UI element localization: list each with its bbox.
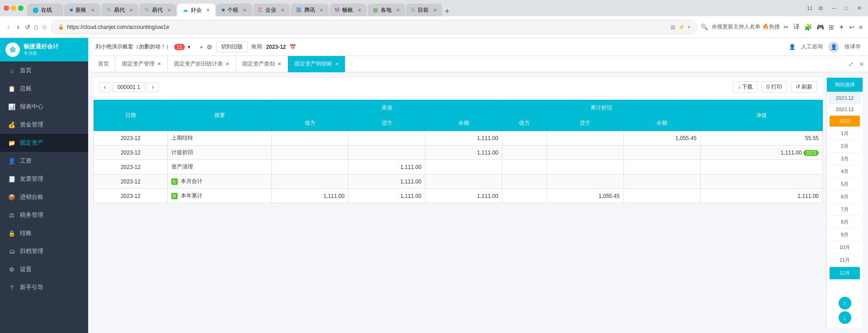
sidebar-item-settings[interactable]: ⚙ 设置: [0, 260, 88, 278]
scroll-down-icon[interactable]: ↓: [839, 311, 851, 324]
tab-window-close-icon[interactable]: ✕: [859, 61, 864, 68]
back-button[interactable]: ‹: [5, 21, 11, 33]
sidebar-item-ledger[interactable]: 📋 总账: [0, 80, 88, 98]
url-bar[interactable]: 🔒 https://cloud.chanjet.com/accounting/u…: [51, 20, 697, 34]
refresh-button[interactable]: ↺: [25, 23, 30, 31]
game-icon[interactable]: 🎮: [816, 23, 824, 31]
scroll-up-icon[interactable]: ↑: [839, 297, 851, 310]
period-item-oct[interactable]: 10月: [829, 241, 861, 254]
period-item-may[interactable]: 5月: [829, 178, 861, 191]
window-max-btn[interactable]: □: [842, 4, 851, 12]
period-item-feb[interactable]: 2月: [829, 140, 861, 153]
scissors-icon[interactable]: ✂: [783, 23, 789, 31]
tab-asset-mgmt[interactable]: 固定资产管理 ✕: [116, 56, 168, 72]
sidebar-item-salary[interactable]: 👤 工资: [0, 152, 88, 170]
download-button[interactable]: ↓ 下载: [733, 81, 758, 93]
tab-asset-detail-close[interactable]: ✕: [335, 61, 339, 66]
sidebar-item-archive[interactable]: 🗂 归档管理: [0, 242, 88, 260]
sidebar-item-closeperiod[interactable]: 🔒 结账: [0, 224, 88, 242]
settings-gear-icon[interactable]: ⚙: [207, 43, 212, 51]
sidebar-item-funds[interactable]: 💰 资金管理: [0, 116, 88, 134]
period-item-apr[interactable]: 4月: [829, 165, 861, 178]
table-row: 2023-12 资产清理 1,111.00: [94, 160, 823, 174]
new-tab-button[interactable]: +: [443, 7, 452, 16]
browser-tab-mubiao[interactable]: S 目前 ✕: [406, 4, 442, 16]
tab-close-corp[interactable]: ✕: [281, 8, 284, 13]
window-maximize-btn[interactable]: [18, 5, 24, 11]
period-item-sep[interactable]: 9月: [829, 229, 861, 241]
period-item-2023-12-2[interactable]: 2023.12: [829, 104, 861, 115]
tab-depreciation-stats-close[interactable]: ✕: [226, 61, 229, 66]
tab-home[interactable]: 首页: [92, 56, 116, 72]
service-label[interactable]: 人工咨询: [801, 43, 823, 51]
menu-icon[interactable]: ≡: [859, 23, 863, 31]
browser-tab-new[interactable]: ■ 新账 ✕: [64, 4, 100, 16]
period-item-2023-12-1[interactable]: 2023.12: [829, 93, 861, 104]
period-item-aug[interactable]: 8月: [829, 216, 861, 229]
tab-close-changzhang[interactable]: ✕: [358, 8, 361, 13]
translate-icon[interactable]: 译: [793, 23, 800, 31]
sidebar-item-guide[interactable]: ? 新手引导: [0, 278, 88, 296]
browser-tab-tencent[interactable]: 騰 腾讯 ✕: [291, 4, 329, 16]
sidebar-item-reports[interactable]: 📊 报表中心: [0, 98, 88, 116]
url-dropdown-icon[interactable]: ▾: [688, 24, 690, 30]
tab-asset-category-label: 固定资产类别: [242, 60, 275, 68]
browser-tab-easy2[interactable]: ✎ 易代 ✕: [139, 4, 176, 16]
history-icon[interactable]: ↩: [849, 23, 854, 31]
browser-tab-gedi[interactable]: ▦ 各地 ✕: [368, 4, 405, 16]
tab-asset-mgmt-close[interactable]: ✕: [157, 61, 161, 66]
period-item-mar[interactable]: 3月: [829, 153, 861, 165]
grid-icon[interactable]: ⊞: [829, 23, 834, 31]
window-close-btn[interactable]: [4, 5, 9, 11]
period-item-nov[interactable]: 11月: [829, 254, 861, 267]
tab-close-mubiao[interactable]: ✕: [433, 8, 437, 13]
tab-expand-button[interactable]: ⤢: [844, 61, 857, 68]
browser-tab-changzhang[interactable]: M 畅账 ✕: [330, 4, 367, 16]
tab-asset-category-close[interactable]: ✕: [278, 61, 281, 66]
switch-version-button[interactable]: 切到旧版: [216, 41, 248, 52]
tab-depreciation-stats[interactable]: 固定资产折旧统计表 ✕: [168, 56, 236, 72]
cell-ov-debit-4: [272, 174, 349, 189]
tab-asset-detail[interactable]: 固定资产明细账 ✕: [288, 56, 345, 72]
tab-asset-category[interactable]: 固定资产类别 ✕: [236, 56, 288, 72]
print-button[interactable]: ⎙ 打印: [761, 81, 787, 93]
theme-icon[interactable]: ☀: [839, 23, 844, 31]
window-minimize-btn[interactable]: [11, 5, 16, 11]
browser-tab-easy1[interactable]: ✎ 易代 ✕: [101, 4, 138, 16]
extension-icon[interactable]: 🧩: [804, 23, 812, 31]
window-x-btn[interactable]: ✕: [854, 4, 864, 12]
sidebar-item-assets[interactable]: 📁 固定资产: [0, 134, 88, 152]
sidebar-item-invoice[interactable]: 🧾 发票管理: [0, 170, 88, 188]
tab-close-gedi[interactable]: ✕: [396, 8, 400, 13]
period-selector-header[interactable]: 期间选择: [827, 78, 863, 92]
next-page-button[interactable]: ›: [147, 82, 159, 92]
bookmark-button[interactable]: ☆: [42, 23, 47, 31]
browser-tab-haokuai[interactable]: ☁ 好会 ✕: [177, 4, 215, 16]
period-item-2023[interactable]: 2023: [830, 116, 860, 127]
add-account-button[interactable]: +: [199, 43, 203, 51]
sidebar-item-home[interactable]: ⌂ 首页: [0, 61, 88, 80]
period-item-jan[interactable]: 1月: [829, 127, 861, 140]
account-selector[interactable]: 刘小艳演示账套（勿删勿动！） 11 ▾: [95, 43, 190, 51]
window-tile-btn[interactable]: ⧉: [816, 4, 826, 12]
tab-close-easy1[interactable]: ✕: [129, 8, 133, 13]
home-button[interactable]: ⌂: [34, 23, 38, 31]
forward-button[interactable]: ›: [15, 21, 21, 33]
window-min-btn[interactable]: ─: [829, 4, 839, 12]
period-item-dec[interactable]: 12月: [830, 267, 860, 280]
prev-page-button[interactable]: ‹: [99, 82, 111, 92]
calendar-icon[interactable]: 📅: [289, 44, 296, 50]
tab-close-haokuai[interactable]: ✕: [206, 8, 210, 13]
tab-close-tencent[interactable]: ✕: [320, 8, 323, 13]
period-item-jul[interactable]: 7月: [829, 203, 861, 216]
sidebar-item-purchase[interactable]: 📦 进销台账: [0, 188, 88, 206]
browser-tab-corp[interactable]: C 企业 ✕: [253, 4, 290, 16]
tab-close-getax[interactable]: ✕: [243, 8, 246, 13]
browser-tab-online[interactable]: ⬤ 在线: [27, 4, 63, 16]
period-item-jun[interactable]: 6月: [829, 191, 861, 203]
refresh-button[interactable]: ↺ 刷新: [791, 81, 817, 93]
tab-close-easy2[interactable]: ✕: [167, 8, 171, 13]
tab-close-new[interactable]: ✕: [91, 8, 94, 13]
browser-tab-getax[interactable]: ■ 个税 ✕: [216, 4, 252, 16]
sidebar-item-tax[interactable]: ⚖ 税务管理: [0, 206, 88, 224]
